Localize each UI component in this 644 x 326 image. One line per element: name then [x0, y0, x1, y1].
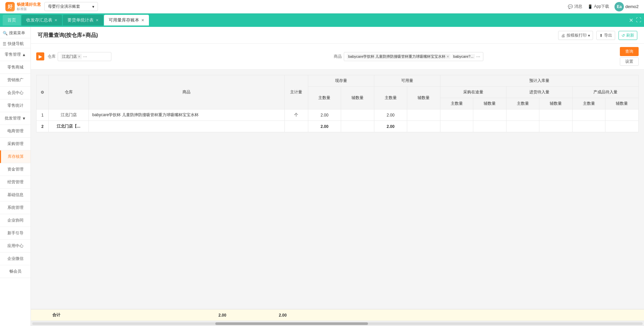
table-container: ⚙ 仓库 商品 主计量 现存量 [31, 69, 644, 309]
query-button[interactable]: 查询 [620, 47, 639, 56]
td-available-main-1: 2.00 [374, 109, 407, 121]
export-label: 导出 [604, 33, 612, 38]
logo-area: 好 畅捷通好生意 标准版 [5, 2, 41, 11]
app-icon: 📱 [588, 4, 593, 9]
refresh-btn[interactable]: ↺ 刷新 [619, 31, 637, 40]
setting-button[interactable]: 设置 [620, 57, 639, 66]
message-btn[interactable]: 💬 消息 [568, 4, 582, 9]
scroll-bar-area [31, 321, 644, 326]
footer-available-main: 2.00 [268, 313, 298, 318]
warehouse-tag-close[interactable]: ✕ [78, 55, 80, 58]
filter-group-product: 商品 babycare学饮杯 儿童防摔防撞吸管杯重力球吸嘴杯宝宝水杯 ✕ bab… [334, 52, 616, 61]
settings-icon[interactable]: ⚙ [41, 90, 44, 95]
sidebar-item-inventory[interactable]: 库存核算 [0, 150, 31, 163]
table-row: 1 江北门店 babycare学饮杯 儿童防摔防撞吸管杯重力球吸嘴杯宝宝水杯 个… [37, 109, 639, 121]
warehouse-tag-text: 江北门店 [62, 54, 77, 59]
th-stock-aux: 辅数量 [341, 87, 374, 109]
data-table: ⚙ 仓库 商品 主计量 现存量 [36, 75, 639, 132]
sidebar-item-newbie[interactable]: 新手引导 [0, 227, 31, 240]
tab-shoufacun-label: 收发存汇总表 [26, 17, 52, 23]
th-incoming-aux: 辅数量 [539, 98, 573, 109]
logo-main-text: 畅捷通好生意 [17, 2, 41, 7]
sidebar-item-operations[interactable]: 经营管理 [0, 176, 31, 189]
scroll-thumb[interactable] [215, 322, 368, 325]
td-incoming-aux-1 [539, 109, 573, 121]
td-available-main-2: 2.00 [374, 121, 407, 132]
product-tag1-close[interactable]: ✕ [446, 55, 449, 58]
sidebar-item-finance[interactable]: 资金管理 [0, 163, 31, 176]
sidebar-item-ecommerce[interactable]: 电商管理 [0, 125, 31, 138]
sidebar-member2-label: 畅会员 [9, 269, 21, 274]
td-production-aux-2 [605, 121, 639, 132]
tab-kuyongliang-close[interactable]: ✕ [141, 18, 144, 22]
sidebar-search[interactable]: 🔍 搜索菜单 [0, 27, 31, 38]
tab-kuyongliang[interactable]: 可用量库存账本 ✕ [104, 15, 149, 26]
sidebar-basic-info-label: 基础信息 [7, 192, 23, 197]
sidebar-item-member[interactable]: 会员中心 [0, 87, 31, 99]
td-stock-main-1: 2.00 [308, 109, 341, 121]
scroll-track[interactable] [32, 322, 643, 325]
tab-yaohuo[interactable]: 要货单统计表 ✕ [63, 15, 103, 26]
user-area[interactable]: Ea demo2 [614, 2, 639, 11]
sidebar-item-basic-info[interactable]: 基础信息 [0, 189, 31, 201]
td-incoming-main-2 [506, 121, 539, 132]
app-download-btn[interactable]: 📱 App下载 [588, 4, 609, 9]
th-settings[interactable]: ⚙ [37, 75, 49, 109]
sidebar-item-wechat[interactable]: 企业微信 [0, 252, 31, 265]
footer-label: 合计 [36, 312, 76, 318]
product-more[interactable]: ··· [476, 54, 480, 59]
sidebar-item-system[interactable]: 系统管理 [0, 201, 31, 214]
sidebar-ecommerce-label: 电商管理 [7, 129, 23, 133]
avatar-text: Ea [617, 4, 622, 9]
sidebar-retail-mgmt-label: 零售管理 [5, 52, 21, 57]
page-title: 可用量查询(按仓库+商品) [38, 32, 98, 39]
sidebar-item-retail-stats[interactable]: 零售统计 [0, 99, 31, 112]
warehouse-filter-input[interactable]: 江北门店 ✕ ··· [58, 52, 111, 61]
product-tag2-text: babycare?... [453, 54, 474, 58]
sidebar-item-enterprise[interactable]: 企业协同 [0, 214, 31, 227]
store-selector[interactable]: 母婴行业演示账套 ▾ [44, 2, 98, 11]
td-incoming-aux-2 [539, 121, 573, 132]
td-purchase-main-2 [440, 121, 473, 132]
sidebar-item-wholesale-mgmt[interactable]: 批发管理 ▼ [0, 112, 31, 125]
tab-shoufacun[interactable]: 收发存汇总表 ✕ [21, 15, 62, 26]
avatar: Ea [614, 2, 624, 11]
sidebar-operations-label: 经营管理 [7, 180, 23, 184]
td-warehouse-2: 江北门店【... [49, 121, 89, 132]
td-index-2: 2 [37, 121, 49, 132]
sidebar-item-purchase[interactable]: 采购管理 [0, 138, 31, 150]
sidebar-newbie-label: 新手引导 [7, 231, 23, 235]
message-label: 消息 [574, 4, 582, 9]
tab-home[interactable]: 首页 [3, 15, 21, 26]
sidebar-item-retail-mgmt[interactable]: 零售管理 ▲ [0, 48, 31, 61]
td-stock-aux-1 [341, 109, 374, 121]
tab-bar-fullscreen-icon[interactable]: ⛶ [636, 17, 641, 23]
th-stock-group: 现存量 [308, 75, 374, 87]
td-production-aux-1 [605, 109, 639, 121]
th-purchase-aux: 辅数量 [473, 98, 506, 109]
filter-expand-btn[interactable]: ▶ [36, 52, 44, 60]
tab-shoufacun-close[interactable]: ✕ [54, 18, 57, 22]
sidebar-item-marketing[interactable]: 营销推广 [0, 74, 31, 87]
sidebar-item-retail-mall[interactable]: 零售商城 [0, 61, 31, 74]
sidebar-quick-nav[interactable]: ☰ 快捷导航 [0, 38, 31, 48]
store-dropdown-icon: ▾ [92, 4, 94, 9]
export-icon: ⬆ [599, 33, 603, 38]
product-filter-input[interactable]: babycare学饮杯 儿童防摔防撞吸管杯重力球吸嘴杯宝宝水杯 ✕ babyca… [344, 52, 483, 61]
sidebar-app-center-label: 应用中心 [7, 243, 23, 248]
footer-stock-main: 2.00 [207, 313, 237, 318]
warehouse-more[interactable]: ··· [83, 54, 87, 59]
tab-yaohuo-close[interactable]: ✕ [96, 18, 99, 22]
tab-bar-close-icon[interactable]: ✕ [629, 17, 633, 24]
td-product-2 [89, 121, 285, 132]
app-download-label: App下载 [594, 4, 609, 9]
sidebar-item-member2[interactable]: 畅会员 [0, 265, 31, 278]
sidebar-nav-label: 快捷导航 [8, 41, 24, 47]
print-btn[interactable]: 🖨 按模板打印 ▾ [558, 31, 593, 40]
filter-actions: 查询 设置 [620, 47, 639, 66]
export-btn[interactable]: ⬆ 导出 [596, 31, 615, 40]
sidebar-retail-arrow: ▲ [22, 52, 26, 57]
table-row: 2 江北门店【... 2.00 2.00 [37, 121, 639, 132]
logo-icon: 好 [5, 2, 15, 11]
sidebar-item-app-center[interactable]: 应用中心 [0, 240, 31, 252]
